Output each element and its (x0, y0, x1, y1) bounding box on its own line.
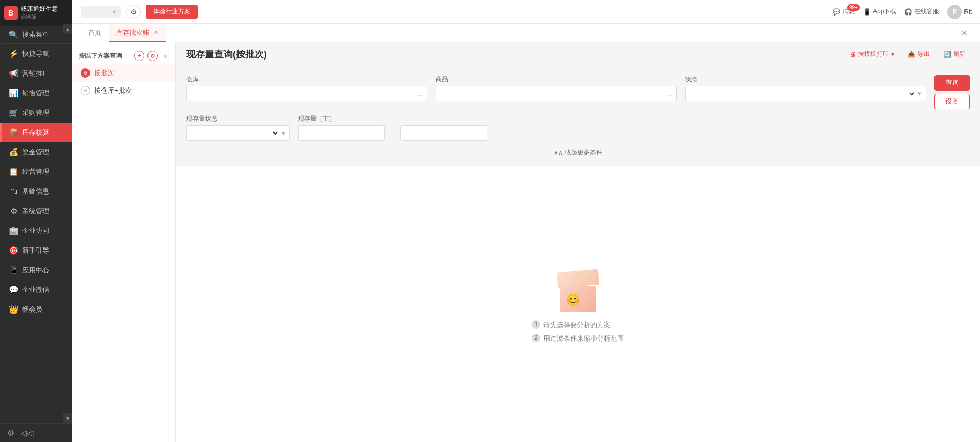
sidebar-item-sales[interactable]: 📊 销售管理 (0, 83, 72, 103)
plan-item-by-warehouse-batch[interactable]: ⚙ 按仓库+批次 (72, 82, 175, 99)
sidebar-item-system[interactable]: ⚙ 系统管理 (0, 201, 72, 221)
query-btn[interactable]: 查询 (934, 75, 970, 91)
plan-item-by-batch[interactable]: ⚙ 按批次 (72, 64, 175, 82)
online-service-btn[interactable]: 🎧 在线客服 (904, 7, 939, 16)
status-label: 状态 (685, 75, 926, 84)
collapse-up-icon: ∧∧ (554, 149, 563, 156)
stock-status-select-wrap[interactable]: ▾ (186, 125, 290, 141)
quick-nav-icon: ⚡ (9, 49, 18, 58)
plan-settings-btn[interactable]: ⚙ (147, 51, 158, 61)
product-input[interactable] (440, 90, 664, 97)
add-plan-btn[interactable]: + (134, 51, 144, 61)
warehouse-input-wrap[interactable]: … (186, 86, 427, 101)
box-face: 😊 (566, 293, 580, 307)
stock-amount-range: — (298, 125, 487, 141)
sidebar-item-basic[interactable]: 🗂 基础信息 (0, 182, 72, 201)
sidebar-item-enterprise[interactable]: 🏢 企业协同 (0, 221, 72, 241)
inventory-icon: 📦 (9, 128, 18, 137)
warehouse-label: 仓库 (186, 75, 427, 84)
filter-row-1: 仓库 … 商品 … (186, 67, 970, 109)
enterprise-icon: 🏢 (9, 226, 18, 235)
print-chevron-icon: ▾ (891, 51, 894, 58)
sidebar-item-quick-nav[interactable]: ⚡ 快捷导航 (0, 44, 72, 64)
tab-close-all-icon[interactable]: ✕ (957, 28, 972, 38)
breadcrumb: ▾ (81, 6, 121, 18)
username-label: Rit (964, 8, 972, 16)
filter-area: 仓库 … 商品 … (176, 61, 980, 166)
sidebar-item-finance[interactable]: 💰 资金管理 (0, 142, 72, 162)
warehouse-input[interactable] (191, 90, 414, 97)
operations-icon: 📋 (9, 167, 18, 176)
stock-status-chevron-icon: ▾ (281, 129, 285, 137)
app-logo: B (4, 6, 18, 20)
tab-home[interactable]: 首页 (81, 24, 109, 42)
print-btn[interactable]: 🖨 按模板打印 ▾ (845, 48, 898, 61)
refresh-btn[interactable]: 🔄 刷新 (939, 48, 970, 61)
inventory-label: 库存核算 (22, 128, 49, 137)
experience-btn[interactable]: 体验行业方案 (146, 5, 198, 19)
status-chevron-icon: ▾ (918, 90, 922, 97)
plan-by-warehouse-batch-label: 按仓库+批次 (94, 86, 132, 95)
export-btn[interactable]: 📤 导出 (903, 48, 934, 61)
topbar-gear-btn[interactable]: ⚙ (126, 5, 141, 19)
member-label: 畅会员 (22, 305, 42, 314)
tab-close-icon[interactable]: ✕ (154, 29, 158, 36)
status-select[interactable] (690, 90, 916, 98)
message-btn[interactable]: 💬 消息 99+ (833, 7, 855, 16)
enterprise-label: 企业协同 (22, 226, 49, 235)
collapse-panel-btn[interactable]: « (161, 52, 169, 60)
collapse-more-label: 收起更多条件 (565, 148, 602, 157)
tab-inventory-batch[interactable]: 库存批次账 ✕ (109, 24, 166, 42)
sidebar-item-search[interactable]: 🔍 搜索菜单 (0, 26, 72, 44)
stock-amount-to-wrap[interactable] (400, 125, 487, 141)
tip-num-1: 1 (532, 320, 540, 329)
stock-amount-to[interactable] (405, 129, 483, 137)
search-nav-label: 搜索菜单 (22, 30, 49, 39)
user-avatar[interactable]: R Rit (947, 5, 972, 19)
box-lid (557, 269, 599, 288)
collapse-more-btn[interactable]: ∧∧ 收起更多条件 (186, 145, 970, 160)
product-more-icon[interactable]: … (666, 90, 672, 97)
sidebar-item-operations[interactable]: 📋 经营管理 (0, 162, 72, 182)
sidebar-item-wechat[interactable]: 💬 企业微信 (0, 280, 72, 300)
empty-tip-2: 2 用过滤条件来缩小分析范围 (532, 334, 624, 343)
wechat-icon: 💬 (9, 285, 18, 294)
sidebar-scroll-up[interactable]: ▲ (63, 24, 72, 34)
member-icon: 👑 (9, 305, 18, 314)
message-badge: 99+ (847, 4, 860, 11)
export-icon: 📤 (908, 51, 915, 58)
sidebar-item-purchase[interactable]: 🛒 采购管理 (0, 103, 72, 123)
right-content: 现存量查询(按批次) 🖨 按模板打印 ▾ 📤 导出 🔄 刷新 (176, 42, 980, 442)
stock-status-select[interactable] (191, 129, 279, 137)
product-label: 商品 (436, 75, 677, 84)
refresh-icon: 🔄 (943, 51, 951, 58)
sidebar-item-member[interactable]: 👑 畅会员 (0, 300, 72, 319)
settings-btn[interactable]: 设置 (934, 94, 970, 109)
topbar-right: 💬 消息 99+ 📱 App下载 🎧 在线客服 R Rit (833, 5, 972, 19)
sidebar-scroll-down[interactable]: ▼ (63, 413, 72, 423)
sidebar-item-inventory[interactable]: 📦 库存核算 (0, 123, 72, 142)
warehouse-more-icon[interactable]: … (417, 90, 423, 97)
page-header-actions: 🖨 按模板打印 ▾ 📤 导出 🔄 刷新 (845, 48, 970, 61)
app-download-btn[interactable]: 📱 App下载 (863, 7, 896, 16)
main-area: ▾ ⚙ 体验行业方案 💬 消息 99+ 📱 App下载 🎧 在线客服 R (72, 0, 980, 442)
filter-row-2: 现存量状态 ▾ 现存量（主） (186, 114, 970, 141)
sidebar-nav: ⚡ 快捷导航 📢 营销推广 📊 销售管理 🛒 采购管理 📦 库存核算 💰 资金管… (0, 44, 72, 423)
sidebar-item-marketing[interactable]: 📢 营销推广 (0, 64, 72, 83)
warehouse-filter-group: 仓库 … (186, 75, 427, 101)
sidebar-item-apps[interactable]: 📱 应用中心 (0, 260, 72, 280)
sidebar: B 畅康通好生意 标准版 🔍 搜索菜单 ⚡ 快捷导航 📢 营销推广 📊 销售管理… (0, 0, 72, 442)
stock-amount-from[interactable] (303, 129, 380, 137)
status-select-wrap[interactable]: ▾ (685, 86, 926, 101)
settings-icon[interactable]: ⚙ (7, 428, 14, 438)
empty-illustration: 😊 (555, 266, 601, 312)
stock-amount-from-wrap[interactable] (298, 125, 385, 141)
message-icon: 💬 (833, 8, 840, 16)
stock-amount-label: 现存量（主） (298, 114, 487, 123)
topbar-left: ▾ ⚙ 体验行业方案 (81, 5, 198, 19)
collapse-sidebar-icon[interactable]: ◁◁ (21, 428, 33, 438)
product-input-wrap[interactable]: … (436, 86, 677, 101)
sidebar-item-newbie[interactable]: 🎯 新手引导 (0, 241, 72, 260)
topbar: ▾ ⚙ 体验行业方案 💬 消息 99+ 📱 App下载 🎧 在线客服 R (72, 0, 980, 24)
online-service-label: 在线客服 (914, 7, 939, 16)
